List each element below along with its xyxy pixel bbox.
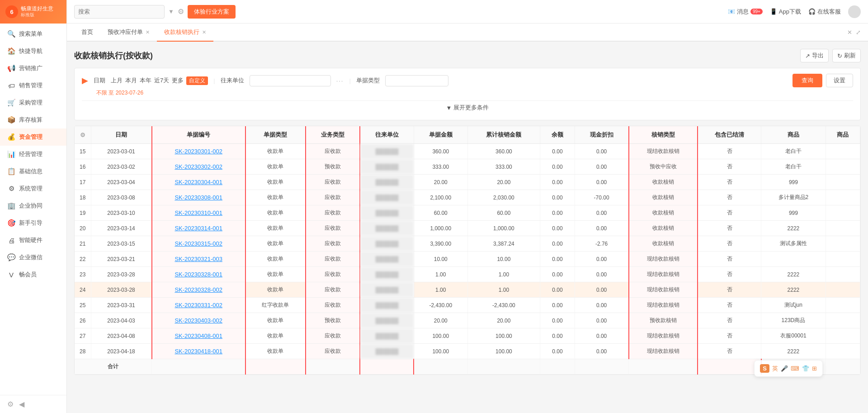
row-doc-no[interactable]: SK-20230302-002 (152, 159, 245, 175)
filter-toggle-icon[interactable]: ▶ (82, 76, 88, 85)
row-doc-no[interactable]: SK-20230328-002 (152, 282, 245, 298)
sidebar-item-purchase[interactable]: 🛒 采购管理 (0, 94, 66, 111)
search-input[interactable] (74, 5, 165, 19)
row-date: 2023-03-28 (91, 267, 152, 282)
sidebar-item-member[interactable]: V 畅会员 (0, 266, 66, 283)
tab-writeoff[interactable]: 收款核销执行 ✕ (157, 24, 213, 42)
row-doc-no[interactable]: SK-20230331-002 (152, 298, 245, 313)
row-doc-no-link[interactable]: SK-20230302-002 (175, 163, 222, 170)
row-doc-no[interactable]: SK-20230310-001 (152, 205, 245, 221)
row-writeoff-type: 现结收款核销 (629, 252, 698, 267)
row-doc-no[interactable]: SK-20230321-003 (152, 252, 245, 267)
row-doc-no[interactable]: SK-20230408-001 (152, 328, 245, 344)
sidebar-item-marketing[interactable]: 📢 营销推广 (0, 60, 66, 77)
filter-more-dots[interactable]: ··· (336, 77, 344, 84)
row-doc-no-link[interactable]: SK-20230304-001 (175, 179, 222, 185)
keyboard-icon[interactable]: ⌨ (791, 365, 799, 372)
chevron-down-icon[interactable]: ▼ (168, 8, 174, 15)
row-product2 (826, 236, 860, 252)
industry-solution-button[interactable]: 体验行业方案 (188, 5, 236, 19)
row-doc-no-link[interactable]: SK-20230310-001 (175, 209, 222, 216)
settings-button[interactable]: 设置 (826, 74, 853, 87)
row-doc-no[interactable]: SK-20230315-002 (152, 236, 245, 252)
row-partner: ██████ (360, 328, 414, 344)
row-doc-no-link[interactable]: SK-20230418-001 (175, 348, 222, 355)
table-scroll[interactable]: ⚙ 日期 单据编号 单据类型 业务类型 往来单位 单据金额 累计核销金额 余额 … (75, 126, 860, 375)
row-doc-no[interactable]: SK-20230308-001 (152, 190, 245, 205)
row-doc-no-link[interactable]: SK-20230301-002 (175, 148, 222, 155)
row-writeoff-type: 收款核销 (629, 221, 698, 236)
row-doc-no[interactable]: SK-20230301-002 (152, 144, 245, 159)
filter-partner-input[interactable] (250, 75, 331, 86)
sidebar-item-finance[interactable]: 💰 资金管理 (0, 128, 66, 146)
table-row: 222023-03-21SK-20230321-003收款单应收款██████1… (75, 252, 860, 267)
tab-home[interactable]: 首页 (74, 24, 100, 42)
settings-bottom-icon[interactable]: ⚙ (7, 400, 14, 408)
filter-date-more[interactable]: 更多 (172, 76, 184, 85)
search-icon: 🔍 (7, 30, 15, 38)
tab-close-all-icon[interactable]: ✕ (847, 29, 852, 36)
row-doc-no-link[interactable]: SK-20230328-001 (175, 271, 222, 278)
logo-text: 畅康道好生意 (21, 5, 53, 12)
tab-prepay-close[interactable]: ✕ (146, 29, 150, 35)
grid-icon[interactable]: ⊞ (812, 365, 817, 372)
row-doc-no[interactable]: SK-20230314-001 (152, 221, 245, 236)
sidebar-item-basic[interactable]: 📋 基础信息 (0, 163, 66, 180)
filter-receipt-type-select[interactable] (385, 75, 448, 86)
row-balance: 0.00 (540, 175, 575, 190)
row-doc-no-link[interactable]: SK-20230408-001 (175, 332, 222, 339)
filter-date-last-month[interactable]: 上月 (111, 76, 123, 85)
row-doc-no-link[interactable]: SK-20230314-001 (175, 225, 222, 232)
mic-icon[interactable]: 🎤 (781, 365, 788, 372)
row-doc-no-link[interactable]: SK-20230403-002 (175, 317, 222, 324)
row-writeoff: 1,000.00 (467, 221, 540, 236)
sidebar-item-wechat[interactable]: 💬 企业微信 (0, 249, 66, 266)
user-avatar[interactable] (848, 5, 861, 18)
gear-icon[interactable]: ⚙ (178, 7, 184, 16)
filter-date-this-year[interactable]: 本年 (140, 76, 151, 85)
tab-expand-icon[interactable]: ⤢ (856, 29, 861, 36)
sidebar-item-quick-nav[interactable]: 🏠 快捷导航 (0, 43, 66, 60)
app-download-link[interactable]: 📱 App下载 (770, 8, 801, 16)
row-doc-no-link[interactable]: SK-20230331-002 (175, 302, 222, 309)
row-doc-no-link[interactable]: SK-20230328-002 (175, 286, 222, 293)
row-included: 否 (698, 344, 761, 359)
export-button[interactable]: ↗ 导出 (800, 49, 829, 62)
row-doc-type: 收款单 (245, 205, 306, 221)
row-doc-no-link[interactable]: SK-20230315-002 (175, 240, 222, 247)
collapse-icon[interactable]: ◀ (19, 400, 24, 408)
row-doc-no-link[interactable]: SK-20230308-001 (175, 194, 222, 201)
row-doc-no[interactable]: SK-20230328-001 (152, 267, 245, 282)
sidebar-item-corp[interactable]: 🏢 企业协同 (0, 197, 66, 214)
filter-date-7days[interactable]: 近7天 (154, 76, 169, 85)
filter-date-custom[interactable]: 自定义 (186, 76, 208, 85)
refresh-button[interactable]: ↻ 刷新 (832, 49, 861, 62)
sidebar-item-newbie[interactable]: 🎯 新手引导 (0, 214, 66, 232)
row-included: 否 (698, 328, 761, 344)
row-doc-no[interactable]: SK-20230403-002 (152, 313, 245, 328)
sidebar-item-system[interactable]: ⚙ 系统管理 (0, 180, 66, 197)
row-discount: 0.00 (575, 205, 628, 221)
column-settings-icon[interactable]: ⚙ (80, 132, 85, 138)
row-doc-no[interactable]: SK-20230304-001 (152, 175, 245, 190)
row-doc-type: 收款单 (245, 267, 306, 282)
table-row: 232023-03-28SK-20230328-001收款单应收款██████1… (75, 267, 860, 282)
tab-writeoff-close[interactable]: ✕ (202, 29, 206, 35)
online-support-link[interactable]: 🎧 在线客服 (808, 8, 841, 16)
filter-date-this-month[interactable]: 本月 (125, 76, 137, 85)
sidebar-item-hardware[interactable]: 🖨 智能硬件 (0, 232, 66, 249)
shirt-icon[interactable]: 👕 (802, 365, 809, 372)
tab-prepay[interactable]: 预收冲应付单 ✕ (100, 24, 157, 42)
query-button[interactable]: 查询 (793, 74, 822, 87)
row-product2 (826, 298, 860, 313)
sidebar-item-search[interactable]: 🔍 搜索菜单 (0, 25, 66, 43)
row-doc-no[interactable]: SK-20230418-001 (152, 344, 245, 359)
row-doc-no-link[interactable]: SK-20230321-003 (175, 256, 222, 262)
sidebar-item-inventory[interactable]: 📦 库存核算 (0, 111, 66, 128)
th-settings[interactable]: ⚙ (75, 126, 91, 144)
filter-expand-btn[interactable]: ▼ 展开更多条件 (82, 100, 853, 114)
sidebar-item-operations[interactable]: 📊 经营管理 (0, 146, 66, 163)
messages-link[interactable]: 📧 消息 99+ (728, 8, 763, 16)
main-area: ▼ ⚙ 体验行业方案 📧 消息 99+ 📱 App下载 🎧 在线客服 首页 (67, 0, 868, 413)
sidebar-item-sales[interactable]: 🏷 销售管理 (0, 77, 66, 94)
